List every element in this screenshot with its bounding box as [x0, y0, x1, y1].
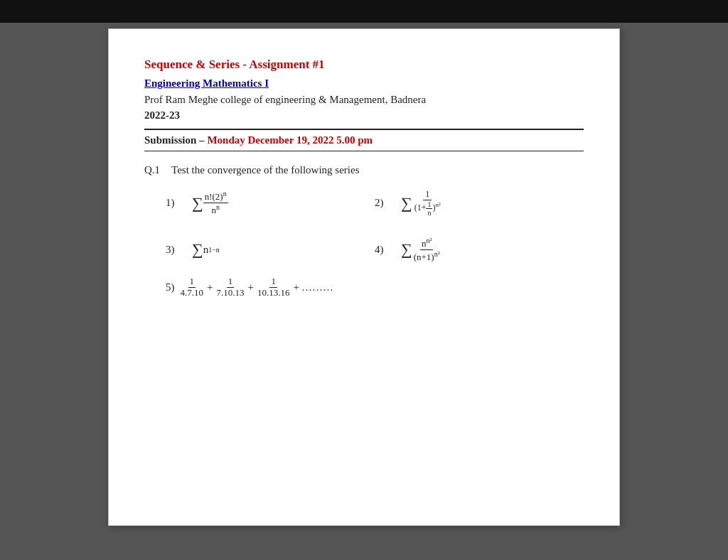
college-name: Prof Ram Meghe college of engineering & … [144, 94, 584, 106]
problem-2-num: 2) [375, 197, 392, 209]
question-text: Test the convergence of the following se… [171, 164, 359, 176]
paren-group: (1+1n)n² [414, 203, 441, 212]
sigma-icon-2: ∑ [401, 194, 412, 212]
frac-5-2-num: 1 [227, 276, 235, 287]
document-page: Sequence & Series - Assignment #1 Engine… [108, 28, 620, 526]
problem-5-num: 5) [166, 281, 175, 294]
problem-4-num: 4) [375, 244, 392, 256]
sup-n2-den-4: n² [434, 250, 440, 258]
divider-2 [144, 151, 584, 151]
question-number: Q.1 [144, 164, 160, 176]
course-name: Engineering Mathematics I [144, 77, 584, 90]
problem-2-math: ∑ 1 (1+1n)n² [401, 189, 443, 217]
fraction-1: n!(2)n nn [203, 190, 228, 215]
problem-1-math: ∑ n!(2)n nn [192, 190, 228, 215]
plus-2: + [247, 281, 253, 294]
frac-5-1: 1 4.7.10 [179, 276, 205, 298]
sup-n2: n [216, 203, 220, 211]
top-bar [0, 0, 728, 23]
frac-5-1-num: 1 [188, 276, 196, 287]
frac-5-3-num: 1 [269, 276, 277, 287]
problem-1-num: 1) [166, 197, 183, 209]
outer-den-2: (1+1n)n² [412, 200, 443, 217]
question-1-header: Q.1 Test the convergence of the followin… [144, 164, 584, 176]
problem-1-expression: n!(2)n nn [203, 190, 228, 215]
ellipsis: ……… [301, 281, 333, 294]
problem-4-math: ∑ nn² (n+1)n² [401, 237, 441, 262]
inner-num-2: 1 [426, 200, 432, 209]
plus-1: + [207, 281, 213, 294]
sup-n: n [223, 190, 227, 198]
sigma-icon-1: ∑ [192, 194, 203, 212]
academic-year: 2022-23 [144, 109, 584, 122]
inner-fraction-2: 1n [426, 200, 432, 217]
fraction-denominator-1: nn [210, 203, 221, 216]
sup-n2-4: n² [426, 237, 432, 244]
frac-5-2: 1 7.10.13 [215, 276, 245, 298]
fraction-num-4: nn² [420, 237, 434, 250]
problem-3: 3) ∑ n1−n [166, 237, 375, 262]
problem-2-expression: 1 (1+1n)n² [412, 189, 443, 217]
outer-num-2: 1 [423, 189, 432, 200]
sup-1-n: 1−n [208, 246, 220, 254]
frac-5-2-den: 7.10.13 [215, 288, 245, 298]
submission-info: Submission – Monday December 19, 2022 5.… [144, 134, 584, 146]
assignment-title: Sequence & Series - Assignment #1 [144, 58, 584, 72]
sup-n2-outer: n² [435, 201, 440, 208]
sigma-icon-4: ∑ [401, 240, 412, 259]
problem-4: 4) ∑ nn² (n+1)n² [375, 237, 584, 262]
problem-1: 1) ∑ n!(2)n nn [166, 189, 375, 217]
divider-1 [144, 129, 584, 130]
submission-label: Submission – [144, 134, 205, 146]
sigma-icon-3: ∑ [192, 240, 203, 259]
fraction-den-4: (n+1)n² [412, 250, 441, 263]
problem-3-math: ∑ n1−n [192, 240, 220, 259]
frac-5-3: 1 10.13.16 [256, 276, 291, 298]
problem-5-math: 1 4.7.10 + 1 7.10.13 + 1 10.13.16 + ……… [179, 276, 333, 298]
fraction-4: nn² (n+1)n² [412, 237, 441, 262]
inner-den-2: n [426, 209, 432, 217]
problems-grid: 1) ∑ n!(2)n nn 2) ∑ 1 [166, 189, 584, 262]
problem-3-num: 3) [166, 244, 183, 256]
fraction-numerator-1: n!(2)n [203, 190, 228, 203]
submission-date: Monday December 19, 2022 5.00 pm [207, 134, 373, 146]
problem-2: 2) ∑ 1 (1+1n)n² [375, 189, 584, 217]
plus-3: + [293, 281, 299, 294]
frac-5-3-den: 10.13.16 [256, 288, 291, 298]
outer-fraction-2: 1 (1+1n)n² [412, 189, 443, 217]
problem-5: 5) 1 4.7.10 + 1 7.10.13 + 1 10.13.16 + …… [166, 276, 584, 298]
frac-5-1-den: 4.7.10 [179, 288, 205, 298]
